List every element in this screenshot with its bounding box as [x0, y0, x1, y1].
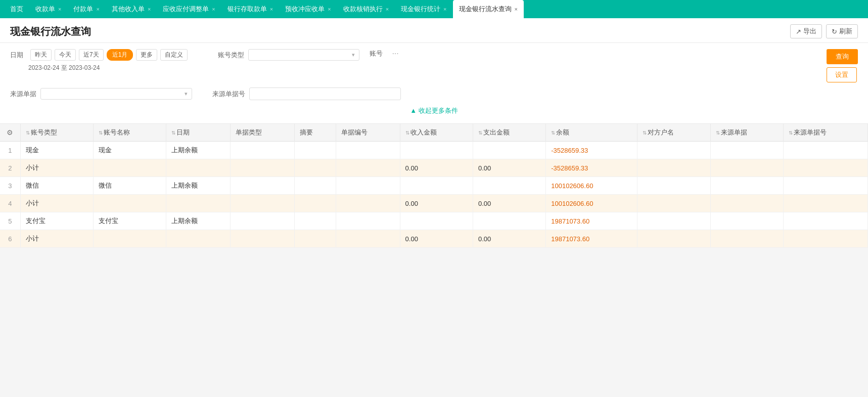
col-income[interactable]: ⇅收入金额	[400, 124, 473, 142]
col-summary[interactable]: 摘要	[294, 124, 336, 142]
row-counterpart	[637, 195, 710, 212]
row-doc-type	[231, 230, 295, 248]
row-doc-no	[336, 195, 400, 212]
account-type-select[interactable]: ▾	[248, 49, 359, 61]
row-balance: -3528659.33	[546, 142, 637, 159]
row-source-doc-no	[783, 159, 867, 177]
close-icon[interactable]: ×	[148, 6, 151, 12]
top-navigation: 首页 收款单 × 付款单 × 其他收入单 × 应收应付调整单 × 银行存取款单 …	[0, 0, 868, 18]
row-date: 上期余额	[166, 212, 231, 230]
date-7days[interactable]: 近7天	[79, 49, 104, 61]
row-summary	[294, 159, 336, 177]
row-num: 2	[0, 159, 20, 177]
col-account-name[interactable]: ⇅账号名称	[93, 124, 166, 142]
row-income	[400, 177, 473, 195]
row-balance: -3528659.33	[546, 159, 637, 177]
col-account-type[interactable]: ⇅账号类型	[20, 124, 93, 142]
row-counterpart	[637, 142, 710, 159]
row-date: 上期余额	[166, 142, 231, 159]
export-button[interactable]: ↗ 导出	[790, 24, 822, 38]
row-expense: 0.00	[473, 195, 545, 212]
row-income	[400, 212, 473, 230]
nav-prepay-offset[interactable]: 预收冲应收单 ×	[279, 0, 337, 18]
row-date: 上期余额	[166, 177, 231, 195]
nav-home[interactable]: 首页	[4, 0, 29, 18]
row-expense: 0.00	[473, 230, 545, 248]
table-header-row: ⚙ ⇅账号类型 ⇅账号名称 ⇅日期 单据类型 摘要 单据编号 ⇅收入金额	[0, 124, 868, 142]
chevron-down-icon: ▾	[185, 91, 188, 97]
close-icon[interactable]: ×	[96, 6, 99, 12]
collapse-up-icon: ▲	[410, 107, 417, 114]
sort-icon: ⇅	[643, 130, 647, 136]
date-more[interactable]: 更多	[136, 49, 157, 61]
row-account-name: 现金	[93, 142, 166, 159]
row-num: 5	[0, 212, 20, 230]
row-doc-no	[336, 212, 400, 230]
col-source-doc[interactable]: ⇅来源单据	[710, 124, 783, 142]
col-doc-no[interactable]: 单据编号	[336, 124, 400, 142]
row-summary	[294, 195, 336, 212]
row-source-doc-no	[783, 212, 867, 230]
row-source-doc	[710, 230, 783, 248]
col-date[interactable]: ⇅日期	[166, 124, 231, 142]
col-source-doc-no[interactable]: ⇅来源单据号	[783, 124, 867, 142]
nav-bank-deposit[interactable]: 银行存取款单 ×	[221, 0, 279, 18]
sort-icon: ⇅	[716, 130, 720, 136]
collapse-bar[interactable]: ▲ 收起更多条件	[10, 104, 858, 117]
query-button[interactable]: 查询	[827, 49, 858, 64]
table-row: 3微信微信上期余额100102606.60	[0, 177, 868, 195]
close-icon[interactable]: ×	[515, 6, 518, 12]
close-icon[interactable]: ×	[328, 6, 331, 12]
close-icon[interactable]: ×	[212, 6, 215, 12]
close-icon[interactable]: ×	[270, 6, 273, 12]
sort-icon: ⇅	[99, 130, 103, 136]
date-today[interactable]: 今天	[55, 49, 76, 61]
col-gear[interactable]: ⚙	[0, 124, 20, 142]
row-source-doc	[710, 159, 783, 177]
row-source-doc	[710, 195, 783, 212]
nav-receipt-exec[interactable]: 收款核销执行 ×	[337, 0, 395, 18]
page-header: 现金银行流水查询 ↗ 导出 ↻ 刷新	[0, 18, 868, 43]
close-icon[interactable]: ×	[58, 6, 61, 12]
settings-button[interactable]: 设置	[827, 67, 857, 82]
row-source-doc-no	[783, 230, 867, 248]
source-doc-no-filter: 来源单据号	[212, 87, 401, 100]
nav-cash-bank-flow[interactable]: 现金银行流水查询 ×	[453, 0, 524, 18]
row-account-type: 小计	[20, 195, 93, 212]
refresh-button[interactable]: ↻ 刷新	[826, 24, 858, 38]
row-account-type: 微信	[20, 177, 93, 195]
close-icon[interactable]: ×	[386, 6, 389, 12]
sort-icon: ⇅	[478, 130, 482, 136]
row-num: 4	[0, 195, 20, 212]
date-yesterday[interactable]: 昨天	[30, 49, 52, 61]
nav-ar-ap-adjust[interactable]: 应收应付调整单 ×	[157, 0, 221, 18]
col-doc-type[interactable]: 单据类型	[231, 124, 295, 142]
col-balance[interactable]: ⇅余额	[546, 124, 637, 142]
chevron-down-icon: ▾	[352, 52, 355, 58]
row-expense: 0.00	[473, 159, 545, 177]
row-summary	[294, 177, 336, 195]
row-balance: 19871073.60	[546, 212, 637, 230]
account-type-label: 账号类型	[218, 51, 244, 60]
nav-cash-bank-stat[interactable]: 现金银行统计 ×	[395, 0, 452, 18]
page-title: 现金银行流水查询	[10, 25, 91, 38]
sort-icon: ⇅	[551, 130, 555, 136]
table-row: 4小计0.000.00100102606.60	[0, 195, 868, 212]
row-balance: 100102606.60	[546, 195, 637, 212]
row-income: 0.00	[400, 159, 473, 177]
source-doc-select[interactable]: ▾	[40, 88, 192, 100]
date-custom[interactable]: 自定义	[160, 49, 188, 61]
row-doc-no	[336, 230, 400, 248]
col-expense[interactable]: ⇅支出金额	[473, 124, 545, 142]
nav-other-income[interactable]: 其他收入单 ×	[106, 0, 157, 18]
col-counterpart[interactable]: ⇅对方户名	[637, 124, 710, 142]
table-row: 2小计0.000.00-3528659.33	[0, 159, 868, 177]
source-doc-no-input[interactable]	[249, 87, 401, 100]
date-1month[interactable]: 近1月	[107, 49, 133, 61]
nav-payment[interactable]: 付款单 ×	[67, 0, 105, 18]
close-icon[interactable]: ×	[443, 6, 446, 12]
row-account-name: 微信	[93, 177, 166, 195]
nav-receipt[interactable]: 收款单 ×	[29, 0, 67, 18]
row-source-doc-no	[783, 177, 867, 195]
row-source-doc	[710, 177, 783, 195]
